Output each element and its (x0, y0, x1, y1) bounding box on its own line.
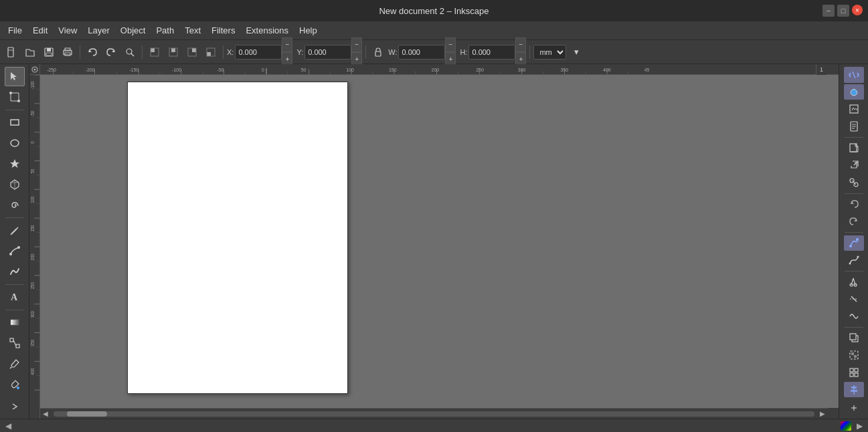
y-label: Y: (296, 48, 303, 56)
scroll-canvas[interactable] (40, 75, 839, 408)
svg-text:350: 350 (29, 339, 34, 346)
menu-view[interactable]: View (53, 23, 82, 37)
ungroup-button[interactable] (844, 364, 864, 381)
close-button[interactable]: × (852, 5, 863, 15)
bezier-node-button[interactable] (844, 252, 864, 268)
h-input[interactable] (468, 45, 515, 60)
new-button[interactable] (3, 43, 20, 61)
menu-extensions[interactable]: Extensions (240, 23, 294, 37)
svg-line-27 (11, 229, 17, 234)
fill-stroke-button[interactable] (844, 84, 864, 100)
paint-bucket-tool[interactable] (5, 374, 25, 394)
connector-tool[interactable] (5, 333, 25, 352)
maximize-button[interactable]: □ (837, 5, 849, 17)
unit-selector[interactable]: mm px pt cm in (533, 45, 566, 60)
y-input[interactable] (305, 45, 351, 60)
ellipse-tool[interactable] (5, 134, 25, 153)
svg-text:-200: -200 (86, 68, 95, 72)
calligraphy-tool[interactable] (5, 262, 25, 282)
open-button[interactable] (21, 43, 39, 61)
menu-text[interactable]: Text (179, 23, 206, 37)
node-editor-button[interactable] (844, 235, 864, 251)
hscroll-right-button[interactable]: ▶ (817, 410, 828, 417)
hscroll-thumb[interactable] (67, 411, 107, 417)
hscroll-track[interactable] (54, 411, 814, 417)
svg-rect-144 (851, 352, 854, 355)
undo-button[interactable] (84, 43, 101, 61)
gradient-tool[interactable] (5, 313, 25, 332)
select-tool[interactable] (5, 67, 25, 86)
unit-dropdown-button[interactable]: ▾ (568, 43, 585, 61)
more-tools-button[interactable] (5, 397, 25, 416)
menu-object[interactable]: Object (115, 23, 151, 37)
horizontal-scrollbar[interactable]: ◀ ▶ (40, 408, 828, 419)
eyedropper-tool[interactable] (5, 354, 25, 373)
tool-separator-1 (5, 110, 24, 110)
zoom-button[interactable] (121, 43, 139, 61)
menu-layer[interactable]: Layer (82, 23, 115, 37)
svg-point-22 (11, 140, 19, 146)
svg-rect-151 (851, 387, 857, 389)
duplicate-button[interactable] (844, 330, 864, 346)
group-button[interactable] (844, 347, 864, 363)
menu-file[interactable]: File (3, 23, 27, 37)
menu-edit[interactable]: Edit (27, 23, 53, 37)
node-tool[interactable] (5, 88, 25, 107)
align-distribute-button[interactable] (844, 382, 864, 398)
menu-help[interactable]: Help (294, 23, 323, 37)
w-minus-button[interactable]: − (445, 37, 456, 52)
align-tr-button[interactable] (183, 43, 201, 61)
path-effects-button[interactable] (844, 308, 864, 324)
snap-button[interactable] (29, 64, 40, 75)
star-tool[interactable] (5, 154, 25, 174)
color-palette-indicator[interactable] (841, 421, 851, 431)
redo-button[interactable] (102, 43, 120, 61)
pencil-tool[interactable] (5, 221, 25, 240)
text-tool[interactable]: A (5, 288, 25, 307)
align-tc-button[interactable] (165, 43, 182, 61)
align-tl-button[interactable] (146, 43, 163, 61)
3d-box-tool[interactable] (5, 175, 25, 194)
menu-path[interactable]: Path (151, 23, 179, 37)
spiral-tool[interactable] (5, 195, 25, 215)
y-minus-button[interactable]: − (351, 37, 362, 52)
x-input[interactable] (235, 45, 282, 60)
svg-line-128 (854, 161, 858, 165)
print-button[interactable] (59, 43, 76, 61)
pen-tool[interactable] (5, 241, 25, 261)
svg-rect-12 (171, 48, 175, 52)
rect-tool[interactable] (5, 113, 25, 132)
save-button[interactable] (40, 43, 58, 61)
open-link-button[interactable] (844, 157, 864, 173)
status-left-arrow[interactable]: ◀ (5, 421, 11, 431)
svg-text:200: 200 (29, 253, 34, 260)
toolbar: X: − + Y: − + W: − + (0, 40, 868, 64)
svg-rect-152 (851, 390, 857, 392)
symbols-button[interactable] (844, 175, 864, 191)
minimize-button[interactable]: − (822, 5, 835, 17)
menu-filters[interactable]: Filters (206, 23, 240, 37)
svg-text:0: 0 (29, 141, 34, 144)
svg-rect-148 (850, 373, 853, 376)
svg-text:-250: -250 (47, 68, 56, 72)
svg-text:50: 50 (301, 68, 307, 72)
document-properties-button[interactable] (844, 118, 864, 134)
svg-point-132 (849, 245, 852, 247)
hscroll-left-button[interactable]: ◀ (40, 410, 51, 417)
svg-line-37 (10, 367, 11, 368)
export-png-button[interactable] (844, 101, 864, 117)
status-right-arrow[interactable]: ▶ (857, 421, 863, 431)
w-input[interactable] (398, 45, 445, 60)
xml-editor-button[interactable] (844, 67, 864, 83)
x-minus-button[interactable]: − (282, 37, 292, 52)
cut-node-button[interactable] (844, 274, 864, 290)
undo-history-button[interactable] (844, 196, 864, 212)
import-button[interactable] (844, 140, 864, 156)
align-bl-button[interactable] (202, 43, 220, 61)
svg-point-40 (34, 69, 36, 71)
lock-proportions-button[interactable] (369, 43, 387, 61)
cut-path-button[interactable] (844, 291, 864, 307)
redo-history-button[interactable] (844, 213, 864, 229)
h-minus-button[interactable]: − (515, 37, 526, 52)
more-rp-button[interactable] (844, 400, 864, 416)
